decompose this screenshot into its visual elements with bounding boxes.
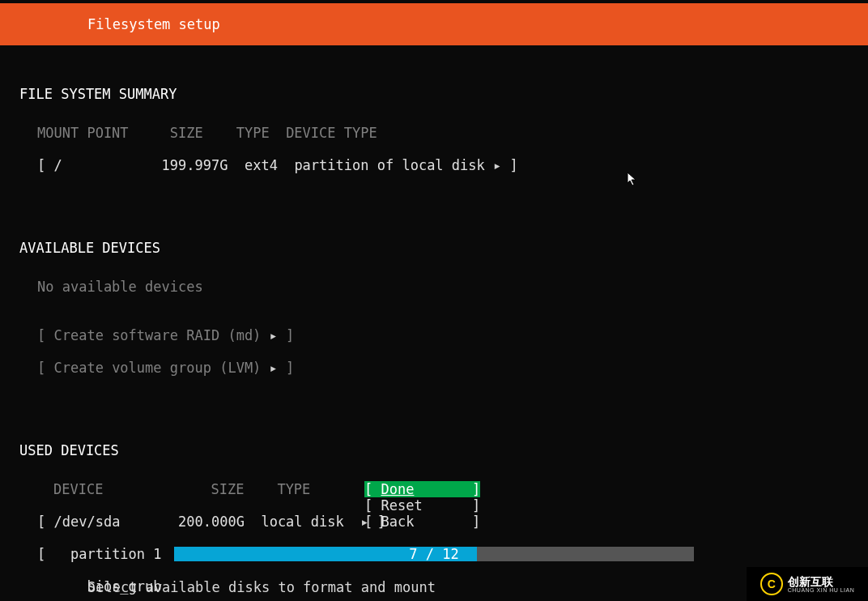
- button-group: [ Done ] [ Reset ] [ Back ]: [0, 481, 868, 530]
- reset-button[interactable]: [ Reset ]: [0, 497, 868, 514]
- header-bar: Filesystem setup: [0, 3, 868, 45]
- done-button[interactable]: [ Done ]: [0, 481, 868, 497]
- chevron-right-icon: ▸: [270, 360, 278, 376]
- watermark-icon: C: [760, 573, 783, 595]
- progress-text: 7 / 12: [174, 547, 694, 561]
- create-raid-option[interactable]: [ Create software RAID (md) ▸ ]: [19, 327, 849, 343]
- progress-bar: 7 / 12: [174, 547, 694, 561]
- used-title: USED DEVICES: [19, 442, 849, 458]
- watermark: C 创新互联 CHUANG XIN HU LIAN: [747, 567, 868, 601]
- summary-title: FILE SYSTEM SUMMARY: [19, 86, 849, 102]
- header-title: Filesystem setup: [87, 16, 220, 32]
- back-button[interactable]: [ Back ]: [0, 514, 868, 530]
- chevron-right-icon: ▸: [493, 157, 501, 173]
- no-devices-text: No available devices: [19, 279, 849, 295]
- summary-row[interactable]: [ / 199.997G ext4 partition of local dis…: [19, 157, 849, 173]
- create-lvm-option[interactable]: [ Create volume group (LVM) ▸ ]: [19, 360, 849, 376]
- bottom-hint: Select available disks to format and mou…: [87, 579, 436, 595]
- summary-headers: MOUNT POINT SIZE TYPE DEVICE TYPE: [19, 125, 849, 141]
- chevron-right-icon: ▸: [270, 327, 278, 343]
- available-title: AVAILABLE DEVICES: [19, 240, 849, 256]
